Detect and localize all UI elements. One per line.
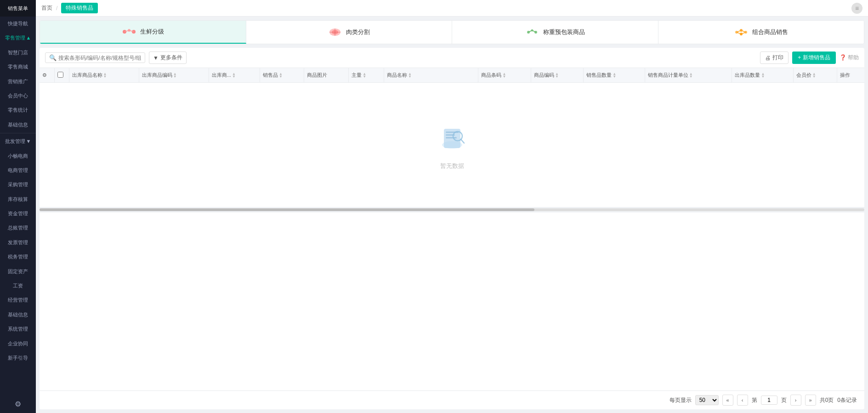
sidebar-item-inventory[interactable]: 库存核算	[0, 192, 36, 206]
tab-combo-sales-label: 组合商品销售	[752, 28, 788, 36]
fresh-grade-icon	[122, 26, 136, 37]
table-container: ⚙ 出库商品名称 ▲▼	[40, 68, 864, 390]
per-page-select[interactable]: 50 10 20 100	[695, 395, 719, 405]
print-button[interactable]: 🖨 打印	[760, 52, 789, 64]
col-out-extra[interactable]: 出库商... ▲▼	[209, 68, 260, 83]
sort-arrows-out-extra: ▲▼	[232, 73, 236, 78]
scroll-bar-container[interactable]	[40, 207, 864, 212]
empty-state: 暂无数据	[40, 83, 864, 207]
sidebar-divider-1	[0, 133, 36, 133]
sort-arrows-out-code: ▲▼	[173, 73, 177, 78]
sidebar-item-smart-store[interactable]: 智慧门店	[0, 46, 36, 60]
help-label: 帮助	[848, 54, 859, 61]
sidebar-item-mini-ecom[interactable]: 小畅电商	[0, 149, 36, 163]
sort-arrows-sale-unit: ▲▼	[689, 73, 693, 78]
sidebar-item-ops-mgmt[interactable]: 经营管理	[0, 293, 36, 307]
col-sale-qty[interactable]: 销售品数量 ▲▼	[584, 68, 645, 83]
topbar: 首页 / 特殊销售品 ≡	[36, 0, 868, 17]
col-action: 操作	[837, 68, 864, 83]
filter-button[interactable]: ▼ 更多条件	[149, 52, 187, 64]
breadcrumb-current[interactable]: 特殊销售品	[61, 3, 98, 13]
sidebar-item-fund-mgmt[interactable]: 资金管理	[0, 206, 36, 221]
col-action-label: 操作	[840, 72, 850, 78]
next-page-button[interactable]: ›	[790, 395, 801, 406]
sidebar-item-tax-mgmt[interactable]: 税务管理	[0, 250, 36, 264]
sidebar-item-member-center[interactable]: 会员中心	[0, 89, 36, 103]
add-label: + 新增销售品	[798, 54, 830, 62]
sidebar-item-invoice-mgmt[interactable]: 发票管理	[0, 235, 36, 250]
filter-icon: ▼	[153, 55, 159, 61]
add-product-button[interactable]: + 新增销售品	[792, 52, 835, 64]
print-icon: 🖨	[765, 55, 771, 61]
col-goods-code[interactable]: 商品编码 ▲▼	[531, 68, 583, 83]
sidebar-item-basic-info[interactable]: 基础信息	[0, 118, 36, 132]
col-main-weight[interactable]: 主量 ▲▼	[349, 68, 384, 83]
total-pages: 共0页	[820, 396, 834, 404]
col-goods-name[interactable]: 商品名称 ▲▼	[384, 68, 478, 83]
tab-meat-cut[interactable]: 肉类分割	[246, 21, 453, 44]
col-out-code-label: 出库商品编码	[142, 72, 172, 79]
tab-combo-sales[interactable]: 组合商品销售	[658, 21, 864, 44]
sort-arrows-sale-item: ▲▼	[279, 73, 283, 78]
first-page-button[interactable]: «	[722, 395, 733, 406]
sidebar-item-payroll[interactable]: 工资	[0, 279, 36, 293]
tab-fresh-grade-label: 生鲜分级	[140, 28, 164, 36]
sidebar-item-ecom-mgmt[interactable]: 电商管理	[0, 163, 36, 178]
breadcrumb-home[interactable]: 首页	[41, 4, 52, 12]
sidebar-item-new-guide[interactable]: 新手引导	[0, 351, 36, 365]
sidebar-item-quick-nav[interactable]: 快捷导航	[0, 17, 36, 31]
col-settings[interactable]: ⚙	[40, 68, 54, 83]
col-sale-item[interactable]: 销售品 ▲▼	[260, 68, 304, 83]
sidebar-item-retail-stats[interactable]: 零售统计	[0, 103, 36, 117]
col-img: 商品图片	[304, 68, 349, 83]
col-sale-qty-label: 销售品数量	[586, 72, 612, 79]
help-button[interactable]: ❓ 帮助	[840, 54, 859, 62]
sidebar-item-purchase-mgmt[interactable]: 采购管理	[0, 178, 36, 192]
sidebar-item-wholesale-mgmt[interactable]: 批发管理 ▼	[0, 134, 36, 149]
prev-page-button[interactable]: ‹	[737, 395, 748, 406]
col-img-label: 商品图片	[307, 72, 327, 78]
col-goods-name-label: 商品名称	[387, 72, 407, 79]
col-out-extra-label: 出库商...	[212, 72, 231, 79]
col-sale-unit[interactable]: 销售商品计量单位 ▲▼	[645, 68, 732, 83]
tab-scale-pkg[interactable]: 称重预包装商品	[452, 21, 658, 44]
col-out-name[interactable]: 出库商品名称 ▲▼	[69, 68, 139, 83]
col-goods-code-label: 商品编码	[534, 72, 554, 79]
sidebar-item-general-ledger[interactable]: 总账管理	[0, 221, 36, 235]
sidebar-item-sales-promo[interactable]: 营销推广	[0, 75, 36, 89]
toolbar-left: 🔍 ▼ 更多条件	[45, 52, 187, 64]
toolbar: 🔍 ▼ 更多条件 🖨 打印 + 新增销售品	[40, 48, 864, 68]
breadcrumb-separator: /	[56, 5, 57, 11]
topbar-toggle[interactable]: ≡	[851, 3, 862, 14]
col-out-code[interactable]: 出库商品编码 ▲▼	[139, 68, 209, 83]
sidebar-item-system-mgmt[interactable]: 系统管理	[0, 322, 36, 336]
sort-arrows-member-price: ▲▼	[812, 73, 816, 78]
col-member-price[interactable]: 会员价 ▲▼	[793, 68, 837, 83]
gear-icon[interactable]: ⚙	[0, 395, 36, 413]
sidebar-item-retail-mall[interactable]: 零售商城	[0, 60, 36, 74]
sidebar-item-enterprise-coop[interactable]: 企业协同	[0, 337, 36, 351]
sort-arrows-main-weight: ▲▼	[363, 73, 366, 78]
sidebar-item-retail-mgmt[interactable]: 零售管理 ▲	[0, 31, 36, 45]
combo-sales-icon	[734, 27, 749, 38]
sidebar: 销售菜单 快捷导航 零售管理 ▲ 智慧门店 零售商城 营销推广 会员中心 零售统…	[0, 0, 36, 413]
empty-text: 暂无数据	[440, 162, 464, 170]
next-page-icon: ›	[795, 397, 797, 403]
col-out-qty[interactable]: 出库品数量 ▲▼	[732, 68, 793, 83]
search-input[interactable]	[58, 55, 141, 61]
scale-pkg-icon	[525, 27, 539, 38]
search-box[interactable]: 🔍	[45, 52, 145, 63]
sidebar-item-fixed-assets[interactable]: 固定资产	[0, 264, 36, 279]
tab-fresh-grade[interactable]: 生鲜分级	[40, 21, 246, 44]
col-checkbox[interactable]	[54, 68, 69, 83]
sort-arrows-goods-code: ▲▼	[555, 73, 559, 78]
sidebar-item-basic-info2[interactable]: 基础信息	[0, 308, 36, 322]
main-content: 首页 / 特殊销售品 ≡ 生鲜分级	[36, 0, 868, 413]
settings-icon: ⚙	[42, 72, 47, 78]
svg-rect-26	[446, 137, 457, 138]
last-page-button[interactable]: »	[805, 395, 816, 406]
col-barcode[interactable]: 商品条码 ▲▼	[478, 68, 531, 83]
page-input[interactable]	[761, 396, 777, 405]
select-all-checkbox[interactable]	[57, 72, 63, 78]
empty-illustration	[434, 120, 471, 156]
